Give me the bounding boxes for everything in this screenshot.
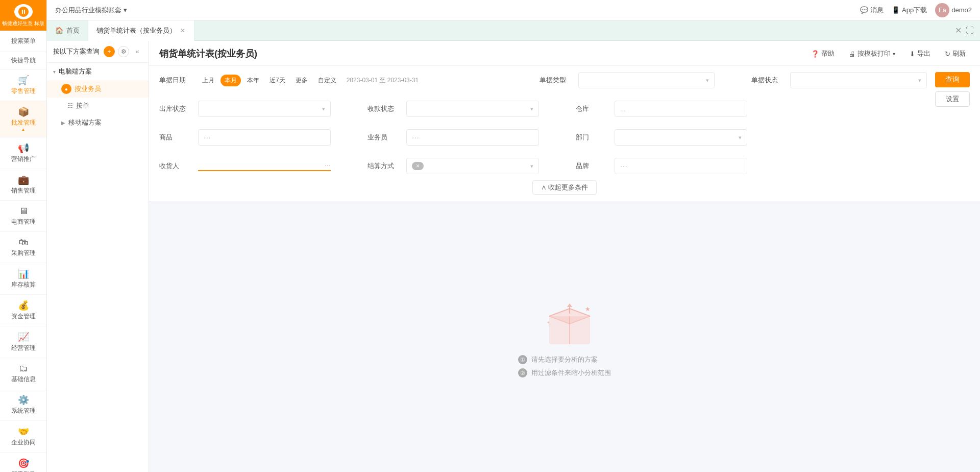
desktop-group-label: 电脑端方案: [59, 67, 92, 76]
out-status-select[interactable]: ▾: [198, 101, 331, 117]
expand-tab-btn[interactable]: ⛶: [966, 26, 974, 35]
message-btn[interactable]: 💬 消息: [860, 6, 884, 15]
staff-ellipsis: ···: [412, 133, 420, 141]
tab-close-sales-stat[interactable]: ✕: [179, 26, 186, 35]
inventory-icon: 📊: [18, 268, 29, 279]
sidebar-item-marketing[interactable]: 📢 营销推广: [0, 137, 46, 169]
date-tab-this-month[interactable]: 本月: [220, 75, 241, 86]
mobile-group-arrow: ▶: [61, 120, 65, 126]
sidebar-item-retail[interactable]: 🛒 零售管理: [0, 69, 46, 101]
system-icon: ⚙️: [18, 394, 29, 406]
app-download-btn[interactable]: 📱 App下载: [892, 6, 927, 15]
app-title-dropdown[interactable]: 办公用品行业模拟账套 ▾: [55, 6, 127, 15]
collect-status-arrow: ▾: [530, 106, 533, 112]
user-avatar: Ea: [935, 3, 949, 17]
user-name-text: demo2: [951, 6, 972, 14]
sidebar-item-label-inventory: 库存核算: [11, 280, 36, 289]
empty-tip-1: ① 请先选择要分析的方案: [518, 355, 611, 364]
print-icon: 🖨: [849, 50, 855, 58]
ecommerce-icon: 🖥: [19, 206, 28, 217]
sidebar-item-label-marketing: 营销推广: [11, 155, 36, 163]
warehouse-label: 仓库: [576, 104, 606, 113]
warehouse-placeholder: ...: [620, 105, 626, 113]
sidebar-item-wholesale[interactable]: 📦 批发管理 ▲: [0, 101, 46, 137]
tab-home[interactable]: 🏠 首页: [47, 20, 88, 41]
warehouse-select[interactable]: ...: [615, 101, 747, 117]
collapse-panel-btn[interactable]: «: [132, 46, 142, 56]
sidebar-item-inventory[interactable]: 📊 库存核算: [0, 263, 46, 295]
plan-item-by-staff[interactable]: ● 按业务员: [47, 80, 149, 98]
date-tab-custom[interactable]: 自定义: [314, 75, 340, 86]
basic-icon: 🗂: [19, 363, 28, 374]
collect-status-label: 收款状态: [368, 104, 398, 113]
collect-status-select[interactable]: ▾: [406, 101, 539, 117]
sidebar-item-label-wholesale: 批发管理: [11, 119, 36, 127]
main-area: 办公用品行业模拟账套 ▾ 💬 消息 📱 App下载 Ea demo2 🏠 首页: [47, 0, 980, 472]
tab-sales-stat[interactable]: 销货单统计表（按业务员） ✕: [88, 20, 195, 41]
add-plan-btn[interactable]: +: [104, 46, 115, 57]
sidebar-nav: 🛒 零售管理 📦 批发管理 ▲ 📢 营销推广 💼 销售管理 🖥 电商管理 🛍 采…: [0, 69, 46, 472]
sidebar-item-label-operation: 经营管理: [11, 344, 36, 352]
print-btn[interactable]: 🖨 按模板打印 ▾: [845, 47, 899, 60]
staff-select[interactable]: ···: [406, 129, 539, 146]
doc-type-select[interactable]: ▾: [578, 72, 715, 88]
sidebar-item-operation[interactable]: 📈 经营管理: [0, 326, 46, 358]
quick-nav-item[interactable]: 快捷导航: [11, 54, 36, 67]
mobile-group-header[interactable]: ▶ 移动端方案: [47, 114, 149, 131]
sidebar-item-basic[interactable]: 🗂 基础信息: [0, 358, 46, 389]
topbar-left: 办公用品行业模拟账套 ▾: [55, 6, 127, 15]
app-title-text: 办公用品行业模拟账套: [55, 6, 121, 15]
topbar-right: 💬 消息 📱 App下载 Ea demo2: [860, 3, 972, 17]
date-tab-last-month[interactable]: 上月: [198, 75, 218, 86]
receiver-input[interactable]: [198, 161, 325, 169]
desktop-group-header[interactable]: ▾ 电脑端方案: [47, 63, 149, 80]
tip-text-2: 用过滤条件来缩小分析范围: [531, 368, 611, 377]
sidebar-item-purchase[interactable]: 🛍 采购管理: [0, 232, 46, 263]
enterprise-icon: 🤝: [18, 426, 29, 437]
date-tab-more[interactable]: 更多: [291, 75, 312, 86]
sidebar-item-enterprise[interactable]: 🤝 企业协同: [0, 421, 46, 453]
refresh-btn[interactable]: ↻ 刷新: [941, 47, 970, 60]
home-icon: 🏠: [55, 27, 63, 34]
newbie-icon: 🎯: [18, 458, 29, 469]
finance-icon: 💰: [18, 300, 29, 311]
doc-status-select[interactable]: ▾: [790, 72, 927, 88]
help-btn[interactable]: ❓ 帮助: [807, 47, 839, 60]
search-menu-item[interactable]: 搜索菜单: [11, 35, 36, 48]
sidebar-item-sales[interactable]: 💼 销售管理: [0, 169, 46, 201]
sidebar-item-label-ecommerce: 电商管理: [11, 218, 36, 226]
tabbar-actions: ✕ ⛶: [949, 26, 980, 35]
data-area: ★ ✦ ① 请先选择要分析的方案 ②: [149, 201, 980, 472]
right-panel: 销货单统计表(按业务员) ❓ 帮助 🖨 按模板打印 ▾ ⬇ 导出: [149, 41, 980, 472]
collapse-filter-btn[interactable]: ∧ 收起更多条件: [532, 180, 597, 195]
settings-plan-btn[interactable]: ⚙: [118, 46, 129, 57]
date-tab-7days[interactable]: 近7天: [265, 75, 289, 86]
payment-clear-badge[interactable]: ×: [412, 162, 424, 170]
goods-select[interactable]: ···: [198, 129, 331, 146]
user-profile-btn[interactable]: Ea demo2: [935, 3, 972, 17]
export-label: 导出: [917, 49, 930, 58]
wholesale-icon: 📦: [18, 106, 29, 117]
sidebar-item-label-retail: 零售管理: [11, 87, 36, 96]
settings-button[interactable]: 设置: [935, 91, 970, 107]
out-status-label: 出库状态: [159, 104, 190, 113]
plan-item-by-order[interactable]: ☷ 按单: [47, 98, 149, 114]
export-icon: ⬇: [910, 50, 915, 58]
sidebar-item-system[interactable]: ⚙️ 系统管理: [0, 389, 46, 421]
sidebar-item-newbie[interactable]: 🎯 新手引导: [0, 453, 46, 472]
sidebar-item-label-purchase: 采购管理: [11, 249, 36, 257]
date-tab-this-year[interactable]: 本年: [243, 75, 263, 86]
plan-item-by-order-label: 按单: [76, 101, 89, 110]
message-label: 消息: [870, 6, 884, 15]
sidebar-item-finance[interactable]: 💰 资金管理: [0, 295, 46, 326]
close-tab-btn[interactable]: ✕: [955, 26, 962, 35]
payment-select[interactable]: × ▾: [406, 158, 539, 174]
search-button[interactable]: 查询: [935, 72, 970, 87]
dept-select[interactable]: ▾: [615, 129, 747, 146]
content-area: 按以下方案查询 + ⚙ « ▾ 电脑端方案 ● 按业务员 ☷ 按: [47, 41, 980, 472]
sidebar-item-ecommerce[interactable]: 🖥 电商管理: [0, 201, 46, 232]
brand-select[interactable]: ···: [615, 158, 747, 174]
filter-row-3: 商品 ··· 业务员 ··· 部门: [159, 129, 927, 146]
page-title: 销货单统计表(按业务员): [159, 48, 257, 60]
export-btn[interactable]: ⬇ 导出: [905, 47, 935, 60]
